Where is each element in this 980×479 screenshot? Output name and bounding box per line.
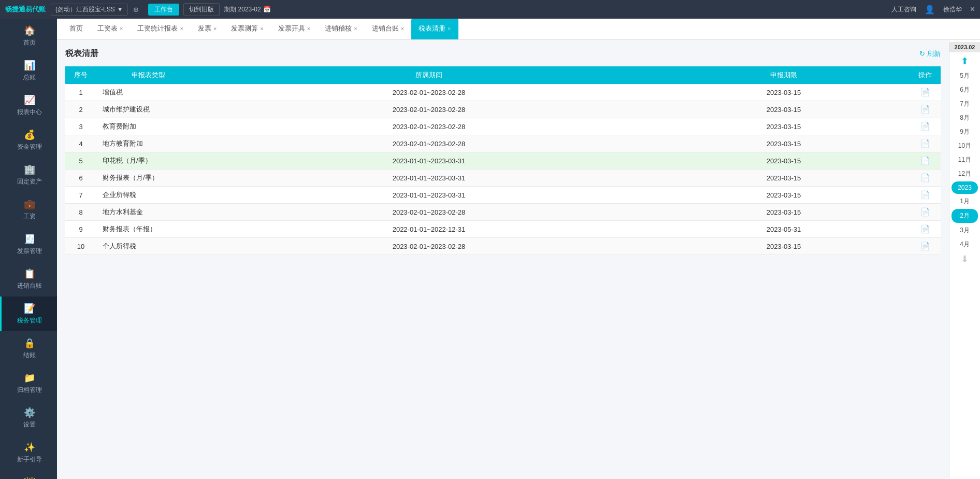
cal-month-3[interactable]: 3月 [949, 223, 980, 237]
cell-type: 企业所得税 [96, 187, 200, 204]
cell-seq: 5 [65, 152, 96, 170]
action-view-icon[interactable]: 📄 [920, 122, 930, 131]
calendar-icon[interactable]: 📅 [263, 6, 271, 13]
cal-month-6[interactable]: 6月 [949, 83, 980, 97]
close-button[interactable]: × [970, 5, 975, 14]
tax-table: 序号 申报表类型 所属期间 申报期限 操作 1增值税2023-02-01~202… [65, 66, 941, 255]
action-view-icon[interactable]: 📄 [920, 190, 930, 199]
sidebar-item-invoice[interactable]: 🧾 发票管理 [0, 227, 57, 262]
cal-month-9[interactable]: 9月 [949, 125, 980, 139]
cell-deadline: 2023-03-15 [658, 118, 910, 135]
cell-seq: 6 [65, 170, 96, 187]
cal-month-8[interactable]: 8月 [949, 111, 980, 125]
sidebar-item-report[interactable]: 📈 报表中心 [0, 88, 57, 123]
action-view-icon[interactable]: 📄 [920, 156, 930, 165]
report-icon: 📈 [24, 94, 35, 106]
tab-invoice-calc-close[interactable]: × [260, 25, 263, 32]
tab-purchase-ledger[interactable]: 进销台账 × [365, 19, 411, 39]
table-row: 7企业所得税2023-01-01~2023-03-312023-03-15📄 [65, 187, 941, 204]
tab-salary[interactable]: 工资表 × [90, 19, 130, 39]
workbench-button[interactable]: 工作台 [148, 4, 179, 16]
cal-next-nav[interactable]: ⬇ [959, 251, 971, 267]
cell-type: 财务报表（月/季） [96, 170, 200, 187]
cell-deadline: 2023-03-15 [658, 238, 910, 255]
action-view-icon[interactable]: 📄 [920, 139, 930, 148]
switch-old-button[interactable]: 切到旧版 [183, 3, 220, 16]
cell-period: 2023-01-01~2023-03-31 [200, 187, 658, 204]
table-row: 10个人所得税2023-02-01~2023-02-282023-03-15📄 [65, 238, 941, 255]
cal-year-2023[interactable]: 2023 [952, 181, 978, 194]
sidebar-item-home[interactable]: 🏠 首页 [0, 19, 57, 53]
action-view-icon[interactable]: 📄 [920, 105, 930, 114]
sidebar-item-fund[interactable]: 💰 资金管理 [0, 123, 57, 158]
tab-salary-report[interactable]: 工资统计报表 × [130, 19, 190, 39]
tab-tax-clear[interactable]: 税表清册 × [411, 19, 458, 39]
action-view-icon[interactable]: 📄 [920, 207, 930, 216]
cell-period: 2023-02-01~2023-02-28 [200, 238, 658, 255]
tab-invoice-open[interactable]: 发票开具 × [271, 19, 318, 39]
settings-icon: ⚙️ [24, 407, 35, 418]
tab-invoice[interactable]: 发票 × [191, 19, 224, 39]
cal-month-12[interactable]: 12月 [949, 167, 980, 181]
cell-action: 📄 [910, 84, 941, 101]
sidebar-label-home: 首页 [23, 38, 36, 47]
sidebar-item-settings[interactable]: ⚙️ 设置 [0, 401, 57, 435]
tab-home[interactable]: 首页 [62, 19, 90, 39]
cal-month-2[interactable]: 2月 [952, 209, 978, 223]
tab-purchase-check-close[interactable]: × [354, 25, 357, 32]
tax-icon: 📝 [24, 303, 35, 314]
cal-prev-nav[interactable]: ⬆ [959, 53, 971, 69]
tab-invoice-close[interactable]: × [213, 25, 217, 32]
action-view-icon[interactable]: 📄 [920, 88, 930, 96]
sidebar-item-guide[interactable]: ✨ 新手引导 [0, 435, 57, 470]
sidebar: 🏠 首页 📊 总账 📈 报表中心 💰 资金管理 🏢 固定资产 💼 工资 🧾 发票… [0, 19, 57, 479]
human-consult[interactable]: 人工咨询 [891, 5, 916, 14]
sidebar-item-purchase[interactable]: 📋 进销台账 [0, 262, 57, 297]
sidebar-item-fixed[interactable]: 🏢 固定资产 [0, 158, 57, 192]
tab-salary-close[interactable]: × [120, 25, 123, 32]
sidebar-item-salary[interactable]: 💼 工资 [0, 192, 57, 227]
cell-action: 📄 [910, 204, 941, 221]
tab-purchase-check-label: 进销稽核 [325, 24, 352, 33]
sidebar-label-close: 结账 [23, 351, 36, 360]
tab-tax-clear-close[interactable]: × [448, 25, 451, 32]
cell-action: 📄 [910, 187, 941, 204]
sidebar-item-ledger[interactable]: 📊 总账 [0, 53, 57, 88]
company-selector[interactable]: (勿动）江西股宝-LSS ▼ [51, 4, 128, 16]
sidebar-item-close[interactable]: 🔒 结账 [0, 331, 57, 366]
sidebar-item-member[interactable]: 👑 畅会员 [0, 470, 57, 479]
page-header: 税表清册 ↻ 刷新 [65, 48, 941, 59]
tab-salary-report-close[interactable]: × [180, 25, 183, 32]
cell-seq: 1 [65, 84, 96, 101]
cell-seq: 8 [65, 204, 96, 221]
col-header-action: 操作 [910, 66, 941, 84]
action-view-icon[interactable]: 📄 [920, 242, 930, 250]
action-view-icon[interactable]: 📄 [920, 224, 930, 233]
refresh-button[interactable]: ↻ 刷新 [919, 49, 941, 59]
col-header-period: 所属期间 [200, 66, 658, 84]
cal-month-10[interactable]: 10月 [949, 139, 980, 153]
cal-month-5[interactable]: 5月 [949, 69, 980, 83]
cell-type: 个人所得税 [96, 238, 200, 255]
sidebar-label-report: 报表中心 [17, 108, 42, 117]
cell-seq: 3 [65, 118, 96, 135]
sidebar-label-settings: 设置 [23, 420, 36, 429]
sidebar-item-archive[interactable]: 📁 归档管理 [0, 366, 57, 401]
action-view-icon[interactable]: 📄 [920, 173, 930, 182]
sidebar-item-tax[interactable]: 📝 税务管理 [0, 297, 57, 331]
cell-seq: 9 [65, 221, 96, 238]
tab-purchase-ledger-close[interactable]: × [401, 25, 404, 32]
table-row: 2城市维护建设税2023-02-01~2023-02-282023-03-15📄 [65, 101, 941, 118]
cal-month-4[interactable]: 4月 [949, 237, 980, 251]
cal-month-1[interactable]: 1月 [949, 194, 980, 208]
ledger-icon: 📊 [24, 60, 35, 71]
cell-period: 2022-01-01~2022-12-31 [200, 221, 658, 238]
company-dropdown-icon: ▼ [117, 6, 123, 13]
cal-month-7[interactable]: 7月 [949, 97, 980, 111]
cal-month-11[interactable]: 11月 [949, 153, 980, 167]
tab-invoice-calc[interactable]: 发票测算 × [224, 19, 270, 39]
tab-purchase-check[interactable]: 进销稽核 × [318, 19, 364, 39]
tab-invoice-open-close[interactable]: × [307, 25, 310, 32]
refresh-label: 刷新 [927, 49, 941, 59]
copy-icon[interactable]: ⊕ [133, 6, 139, 13]
